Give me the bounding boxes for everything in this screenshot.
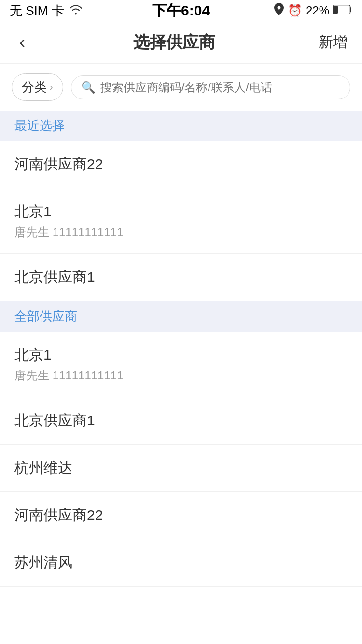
back-button[interactable]: ‹ [14, 28, 30, 57]
item-name: 北京供应商1 [14, 267, 348, 287]
item-name: 苏州清风 [14, 553, 348, 573]
item-name: 北京供应商1 [14, 411, 348, 431]
item-name: 河南供应商22 [14, 505, 348, 525]
all-list-item[interactable]: 苏州清风 [0, 539, 362, 587]
search-icon: 🔍 [81, 81, 96, 94]
search-input[interactable] [100, 81, 340, 94]
nav-bar: ‹ 选择供应商 新增 [0, 21, 362, 64]
recent-list-item[interactable]: 北京供应商1 [0, 254, 362, 301]
item-sub: 唐先生 11111111111 [14, 224, 348, 240]
recent-list-item[interactable]: 北京1唐先生 11111111111 [0, 188, 362, 254]
all-list-item[interactable]: 北京1唐先生 11111111111 [0, 332, 362, 397]
search-box: 🔍 [71, 75, 350, 99]
status-right: ⏰ 22% [274, 3, 352, 18]
item-name: 河南供应商22 [14, 154, 348, 174]
item-name: 北京1 [14, 345, 348, 365]
all-list-item[interactable]: 杭州维达 [0, 445, 362, 492]
battery-text: 22% [306, 4, 329, 17]
filter-bar: 分类 › 🔍 [0, 64, 362, 111]
all-section-header: 全部供应商 [0, 301, 362, 332]
page-title: 选择供应商 [133, 31, 215, 54]
svg-rect-1 [334, 6, 338, 14]
battery-icon [333, 4, 352, 17]
recent-list-item[interactable]: 河南供应商22 [0, 141, 362, 188]
alarm-icon: ⏰ [288, 4, 302, 17]
all-list-item[interactable]: 河南供应商22 [0, 492, 362, 539]
category-button[interactable]: 分类 › [12, 73, 63, 101]
all-items-list: 北京1唐先生 11111111111北京供应商1杭州维达河南供应商22苏州清风 [0, 332, 362, 587]
all-section-label: 全部供应商 [14, 309, 77, 323]
wifi-icon [69, 3, 83, 18]
item-name: 北京1 [14, 202, 348, 222]
carrier-text: 无 SIM 卡 [10, 2, 64, 19]
add-button[interactable]: 新增 [319, 32, 348, 52]
status-bar: 无 SIM 卡 下午6:04 ⏰ 22% [0, 0, 362, 21]
recent-items-list: 河南供应商22北京1唐先生 11111111111北京供应商1 [0, 141, 362, 301]
recent-section-label: 最近选择 [14, 118, 65, 133]
item-name: 杭州维达 [14, 458, 348, 478]
category-label: 分类 [22, 79, 47, 96]
all-list-item[interactable]: 北京供应商1 [0, 397, 362, 445]
item-sub: 唐先生 11111111111 [14, 368, 348, 383]
location-icon [274, 3, 284, 18]
status-time: 下午6:04 [152, 1, 210, 21]
recent-section-header: 最近选择 [0, 111, 362, 141]
chevron-right-icon: › [50, 82, 53, 93]
status-left: 无 SIM 卡 [10, 2, 83, 19]
